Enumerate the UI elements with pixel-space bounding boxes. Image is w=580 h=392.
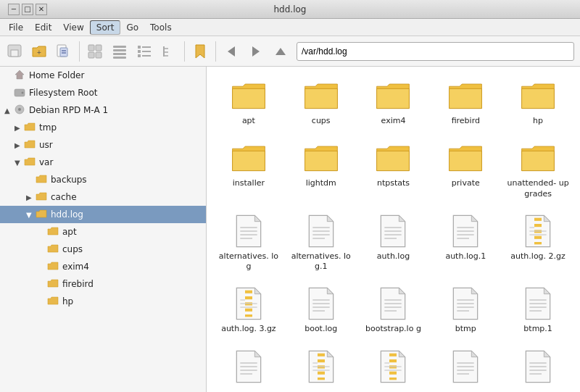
file-label-14: auth.log. 2.gz (510, 251, 566, 262)
sidebar-item-exim4[interactable]: exim4 (0, 258, 206, 275)
menu-item-tools[interactable]: Tools (144, 21, 178, 34)
compact-view-button[interactable] (108, 40, 131, 63)
sidebar-label-usr: usr (39, 140, 53, 150)
menu-item-view[interactable]: View (57, 21, 89, 34)
file-item-14[interactable]: auth.log. 2.gz (503, 209, 573, 277)
bookmark-button[interactable] (188, 40, 212, 63)
file-icon-folder (231, 141, 266, 175)
file-area[interactable]: apt cups exim4 firebird hp installer lig… (207, 67, 580, 392)
sidebar-item-firebird[interactable]: firebird (0, 275, 206, 293)
svg-point-33 (18, 108, 21, 111)
sidebar-item-hp[interactable]: hp (0, 293, 206, 310)
restore-button[interactable]: □ (22, 4, 33, 15)
up-button[interactable] (269, 40, 292, 63)
menu-item-file[interactable]: File (3, 21, 29, 34)
file-item-23[interactable] (431, 345, 500, 391)
file-item-16[interactable]: boot.log (286, 282, 356, 338)
sidebar-item-cups[interactable]: cups (0, 241, 206, 258)
file-item-3[interactable]: firebird (431, 74, 500, 130)
file-item-12[interactable]: auth.log (359, 209, 428, 277)
file-item-10[interactable]: alternatives. log (214, 209, 283, 277)
sidebar-item-cache[interactable]: ▶cache (0, 188, 206, 206)
separator-3 (215, 41, 216, 62)
sidebar-label-firebird: firebird (62, 279, 94, 289)
new-folder-button[interactable]: + (28, 40, 51, 63)
titlebar: − □ ✕ hdd.log (0, 0, 580, 19)
file-item-21[interactable] (286, 345, 356, 391)
file-item-15[interactable]: auth.log. 3.gz (214, 282, 283, 338)
sidebar-item-backups[interactable]: backups (0, 171, 206, 188)
file-icon-folder (521, 78, 555, 113)
folder-icon (24, 121, 36, 135)
file-item-17[interactable]: bootstrap.lo g (359, 282, 428, 338)
minimize-button[interactable]: − (8, 4, 20, 15)
svg-rect-12 (113, 49, 126, 51)
sidebar-item-filesystem-root[interactable]: Filesystem Root (0, 84, 206, 101)
home-icon (14, 69, 25, 83)
file-item-13[interactable]: auth.log.1 (431, 209, 500, 277)
menu-item-edit[interactable]: Edit (29, 21, 57, 34)
sidebar-item-debian-rpm[interactable]: ▲Debian RPD M-A 1 (0, 101, 206, 119)
file-icon-file (231, 349, 266, 384)
folder-icon (36, 173, 47, 187)
home-toolbar-button[interactable] (3, 40, 26, 63)
file-item-19[interactable]: btmp.1 (503, 282, 573, 338)
svg-rect-20 (142, 55, 151, 57)
forward-button[interactable] (244, 40, 268, 63)
menu-item-go[interactable]: Go (120, 21, 144, 34)
file-item-8[interactable]: private (431, 136, 500, 204)
sidebar-item-apt[interactable]: apt (0, 223, 206, 241)
file-item-9[interactable]: unattended- upgrades (503, 136, 573, 204)
file-label-15: auth.log. 3.gz (221, 324, 276, 334)
sidebar-item-tmp[interactable]: ▶tmp (0, 119, 206, 136)
file-label-4: hp (533, 116, 543, 126)
detail-view-button[interactable] (133, 40, 156, 63)
sidebar-scroll[interactable]: Home FolderFilesystem Root▲Debian RPD M-… (0, 67, 206, 392)
file-item-24[interactable] (503, 345, 573, 391)
svg-rect-90 (318, 378, 325, 380)
file-item-11[interactable]: alternatives. log.1 (286, 209, 356, 277)
svg-rect-19 (138, 54, 141, 57)
file-item-7[interactable]: ntpstats (359, 136, 428, 204)
svg-rect-1 (11, 50, 18, 57)
file-item-20[interactable] (214, 345, 283, 391)
file-item-4[interactable]: hp (503, 74, 573, 130)
sidebar-item-home-folder[interactable]: Home Folder (0, 67, 206, 84)
file-label-3: firebird (452, 116, 480, 126)
sidebar-label-exim4: exim4 (62, 262, 89, 272)
close-button[interactable]: ✕ (36, 4, 47, 15)
sidebar-label-var: var (39, 157, 53, 167)
file-icon-file (231, 214, 266, 249)
file-item-5[interactable]: installer (214, 136, 283, 204)
svg-rect-11 (113, 46, 126, 48)
file-label-9: unattended- upgrades (506, 178, 570, 199)
file-item-6[interactable]: lightdm (286, 136, 356, 204)
file-label-16: boot.log (304, 324, 337, 334)
icon-view-button[interactable] (83, 40, 107, 63)
sidebar-item-var[interactable]: ▼var (0, 154, 206, 171)
script-button[interactable] (52, 40, 75, 63)
sidebar-item-hdd.log[interactable]: ▼hdd.log (0, 206, 206, 223)
file-item-18[interactable]: btmp (431, 282, 500, 338)
svg-rect-59 (245, 296, 252, 299)
file-icon-archive (521, 214, 555, 249)
svg-rect-7 (88, 45, 94, 51)
svg-point-31 (22, 91, 24, 93)
sidebar-item-usr[interactable]: ▶usr (0, 136, 206, 154)
location-bar[interactable] (297, 42, 574, 61)
svg-rect-15 (138, 46, 141, 49)
file-icon-folder (231, 78, 266, 113)
file-item-22[interactable] (359, 345, 428, 391)
file-item-1[interactable]: cups (286, 74, 356, 130)
tree-view-button[interactable] (157, 40, 181, 63)
svg-marker-25 (196, 45, 204, 58)
menu-item-sort[interactable]: Sort (90, 20, 121, 35)
folder-icon (36, 208, 47, 222)
folder-icon (47, 225, 59, 239)
toolbar: + (0, 36, 580, 67)
svg-rect-94 (389, 353, 397, 356)
file-item-0[interactable]: apt (214, 74, 283, 130)
back-button[interactable] (220, 40, 243, 63)
svg-rect-97 (389, 371, 397, 374)
file-item-2[interactable]: exim4 (359, 74, 428, 130)
